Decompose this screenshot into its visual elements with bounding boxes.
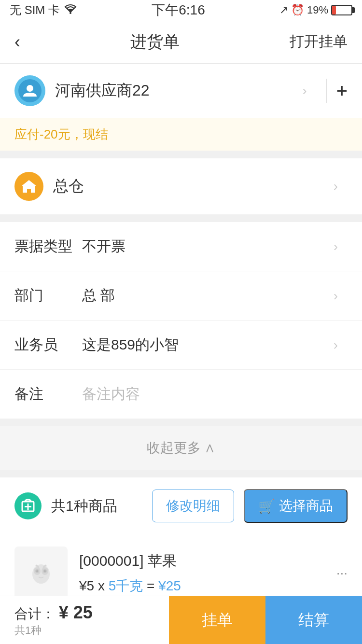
multiply-symbol: x [98, 578, 109, 593]
product-count-label: 共1种商品 [51, 496, 142, 516]
checkout-label: 结算 [298, 610, 329, 631]
salesperson-label: 业务员 [14, 335, 82, 355]
add-button[interactable]: + [336, 80, 348, 102]
price-value: ¥5 [79, 578, 94, 593]
carrier-text: 无 SIM 卡 [10, 2, 60, 18]
warehouse-icon [14, 172, 43, 201]
svg-rect-4 [27, 189, 31, 193]
notice-row: 应付-20元，现结 [0, 118, 362, 151]
total-value: ¥25 [158, 578, 181, 593]
location-icon: ↗ [279, 4, 288, 16]
status-right: ↗ ⏰ 19% [279, 4, 352, 16]
supplier-section: 河南供应商22 › + 应付-20元，现结 [0, 64, 362, 151]
department-value: 总 部 [82, 286, 334, 306]
status-time: 下午6:16 [152, 1, 205, 19]
product-info: [0000001] 苹果 ¥5 x 5千克 = ¥25 [79, 551, 336, 595]
supplier-name: 河南供应商22 [55, 80, 302, 101]
chevron-right-icon: › [302, 83, 306, 98]
collapse-section: 收起更多 ∧ [0, 426, 362, 470]
quantity-value: 5千克 [109, 578, 143, 593]
total-section: 合计： ¥ 25 共1种 [0, 602, 169, 638]
select-product-label: 选择商品 [279, 497, 333, 515]
product-title: 苹果 [148, 553, 177, 569]
status-left: 无 SIM 卡 [10, 2, 77, 18]
department-label: 部门 [14, 286, 82, 306]
divider [326, 79, 327, 103]
nav-bar: ‹ 进货单 打开挂单 [0, 20, 362, 64]
alarm-icon: ⏰ [291, 4, 304, 16]
remark-placeholder: 备注内容 [82, 384, 348, 404]
total-count: 共1种 [14, 623, 154, 638]
form-section: 票据类型 不开票 › 部门 总 部 › 业务员 这是859的小智 › 备注 备注… [0, 222, 362, 419]
department-row[interactable]: 部门 总 部 › [0, 271, 362, 321]
chevron-right-icon: › [334, 239, 338, 254]
svg-marker-3 [22, 180, 36, 186]
product-name: [0000001] 苹果 [79, 551, 336, 571]
svg-point-1 [27, 85, 33, 92]
total-label: 合计： [14, 606, 55, 621]
content: 河南供应商22 › + 应付-20元，现结 总仓 › 票据类型 不开票 › [0, 64, 362, 644]
page-title: 进货单 [130, 31, 180, 53]
supplier-row[interactable]: 河南供应商22 › + [0, 64, 362, 118]
collapse-button[interactable]: 收起更多 ∧ [0, 426, 362, 470]
salesperson-value: 这是859的小智 [82, 335, 334, 355]
battery-icon [331, 5, 352, 15]
invoice-value: 不开票 [82, 237, 334, 256]
total-amount: ¥ 25 [59, 602, 93, 622]
hang-label: 挂单 [202, 610, 233, 631]
chevron-right-icon: › [334, 179, 338, 194]
svg-point-14 [44, 570, 46, 572]
back-button[interactable]: ‹ [14, 32, 20, 52]
select-product-button[interactable]: 🛒 选择商品 [244, 489, 348, 523]
checkout-button[interactable]: 结算 [265, 596, 362, 644]
product-price: ¥5 x 5千克 = ¥25 [79, 577, 336, 595]
remark-row[interactable]: 备注 备注内容 [0, 370, 362, 419]
hang-button[interactable]: 挂单 [169, 596, 265, 644]
cart-icon: 🛒 [258, 498, 275, 514]
svg-point-0 [70, 12, 71, 14]
chevron-right-icon: › [334, 337, 338, 353]
warehouse-section[interactable]: 总仓 › [0, 158, 362, 214]
products-section: 共1种商品 修改明细 🛒 选择商品 [0, 477, 362, 611]
supplier-avatar [14, 75, 45, 106]
invoice-label: 票据类型 [14, 237, 82, 256]
open-hang-button[interactable]: 打开挂单 [290, 32, 348, 52]
edit-detail-button[interactable]: 修改明细 [152, 490, 234, 522]
warehouse-row[interactable]: 总仓 › [0, 158, 362, 214]
salesperson-row[interactable]: 业务员 这是859的小智 › [0, 321, 362, 370]
battery-percent: 19% [307, 4, 328, 16]
chevron-right-icon: › [334, 288, 338, 304]
warehouse-name: 总仓 [53, 176, 334, 197]
wifi-icon [64, 3, 77, 17]
status-bar: 无 SIM 卡 下午6:16 ↗ ⏰ 19% [0, 0, 362, 20]
product-thumbnail [14, 546, 68, 600]
equals-symbol: = [147, 578, 158, 593]
svg-rect-7 [28, 504, 29, 510]
remark-label: 备注 [14, 384, 82, 404]
product-code: [0000001] [79, 553, 143, 569]
invoice-row[interactable]: 票据类型 不开票 › [0, 222, 362, 271]
bottom-bar: 合计： ¥ 25 共1种 挂单 结算 [0, 596, 362, 644]
more-button[interactable]: ··· [336, 565, 348, 581]
products-icon [14, 492, 42, 519]
avatar-icon [18, 79, 42, 102]
total-row: 合计： ¥ 25 [14, 602, 154, 623]
products-header: 共1种商品 修改明细 🛒 选择商品 [0, 477, 362, 534]
svg-point-13 [36, 570, 38, 572]
collapse-label: 收起更多 ∧ [147, 439, 216, 457]
